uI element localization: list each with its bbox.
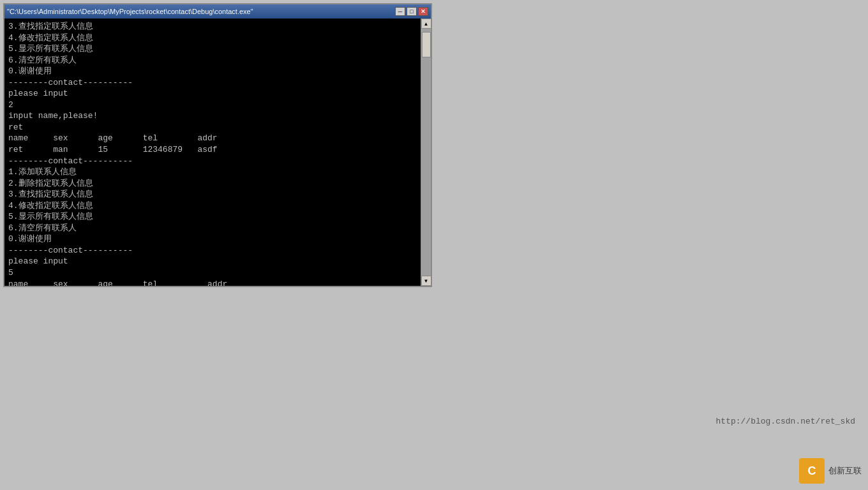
scrollbar-thumb[interactable] — [422, 32, 431, 57]
watermark-text: http://blog.csdn.net/ret_skd — [716, 417, 855, 426]
scroll-down-arrow[interactable]: ▼ — [421, 276, 431, 286]
terminal-output[interactable]: 3.查找指定联系人信息 4.修改指定联系人信息 5.显示所有联系人信息 6.清空… — [4, 19, 421, 286]
maximize-button[interactable]: □ — [407, 7, 417, 16]
minimize-button[interactable]: ─ — [395, 7, 405, 16]
window-title: "C:\Users\Administrator\Desktop\MyProjec… — [7, 8, 395, 15]
title-bar: "C:\Users\Administrator\Desktop\MyProjec… — [4, 4, 431, 19]
scroll-up-arrow[interactable]: ▲ — [421, 19, 431, 29]
close-button[interactable]: ✕ — [418, 7, 428, 16]
logo-icon: C — [799, 458, 825, 484]
terminal-window: "C:\Users\Administrator\Desktop\MyProjec… — [3, 3, 432, 287]
window-controls: ─ □ ✕ — [395, 7, 428, 16]
logo-text: 创新互联 — [828, 465, 862, 477]
terminal-container: 3.查找指定联系人信息 4.修改指定联系人信息 5.显示所有联系人信息 6.清空… — [4, 19, 431, 286]
chuangxin-logo: C 创新互联 — [799, 458, 862, 484]
scrollbar-track[interactable] — [421, 29, 431, 276]
scrollbar[interactable]: ▲ ▼ — [421, 19, 431, 286]
